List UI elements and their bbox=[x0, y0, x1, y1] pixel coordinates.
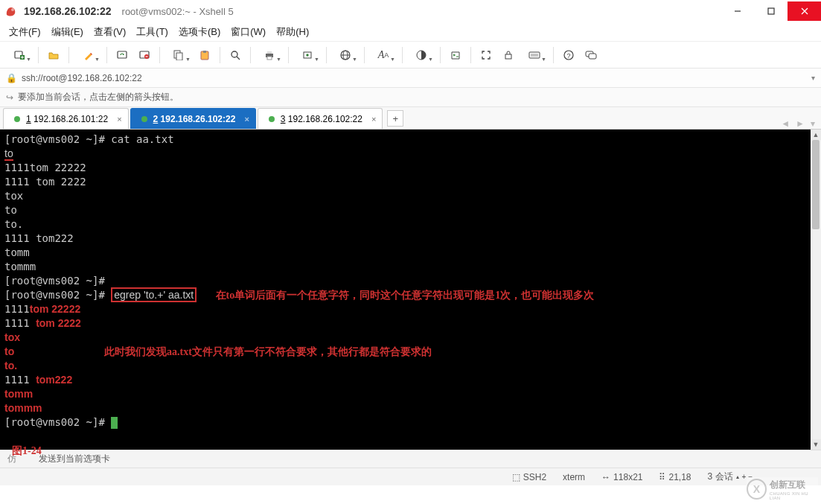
terminal-area[interactable]: [root@vms002 ~]# cat aa.txt to 1111tom 2… bbox=[0, 130, 821, 450]
svg-rect-14 bbox=[176, 53, 182, 60]
watermark-logo-icon: X bbox=[747, 479, 767, 500]
window-controls bbox=[721, 1, 821, 21]
scrollbar[interactable]: ▲ ▼ bbox=[811, 130, 821, 450]
status-position: ⠿21,18 bbox=[659, 472, 691, 482]
script-icon[interactable] bbox=[446, 45, 465, 65]
toolbar-separator bbox=[250, 47, 251, 63]
print-icon[interactable]: ▼ bbox=[256, 45, 283, 65]
status-size: ↔118x21 bbox=[601, 472, 642, 482]
copy-icon[interactable]: ▼ bbox=[165, 45, 192, 65]
tab-nav-arrows[interactable]: ◄►▾ bbox=[781, 118, 815, 129]
watermark: X 创新互联 CHUANG XIN HU LIAN bbox=[747, 477, 818, 501]
tab-close-icon[interactable]: × bbox=[117, 115, 121, 124]
hintbar: ↪ 要添加当前会话，点击左侧的箭头按钮。 bbox=[0, 88, 821, 107]
new-session-icon[interactable]: ▼ bbox=[6, 45, 33, 65]
toolbar-separator bbox=[159, 47, 160, 63]
maximize-button[interactable] bbox=[754, 1, 788, 21]
toolbar-separator bbox=[288, 47, 289, 63]
open-icon[interactable] bbox=[44, 45, 63, 65]
hint-text: 要添加当前会话，点击左侧的箭头按钮。 bbox=[18, 91, 179, 103]
svg-rect-2 bbox=[768, 8, 774, 14]
toolbar-separator bbox=[68, 47, 69, 63]
svg-rect-27 bbox=[505, 54, 511, 59]
window-title-main: 192.168.26.102:22 bbox=[24, 5, 112, 17]
figure-label: 图1-24 bbox=[12, 444, 42, 458]
menu-view[interactable]: 查看(V) bbox=[94, 25, 126, 39]
status-term: xterm bbox=[563, 472, 585, 482]
reconnect-icon[interactable] bbox=[112, 45, 132, 65]
menu-help[interactable]: 帮助(H) bbox=[276, 25, 309, 39]
help-icon[interactable]: ? bbox=[559, 45, 578, 65]
svg-rect-34 bbox=[589, 54, 596, 59]
app-icon bbox=[4, 4, 18, 18]
fullscreen-icon[interactable] bbox=[476, 45, 496, 65]
toolbar-separator bbox=[220, 47, 220, 63]
toolbar-separator bbox=[470, 47, 471, 63]
svg-rect-9 bbox=[118, 51, 127, 58]
session-tab-3[interactable]: 3 192.168.26.102:22 × bbox=[258, 108, 383, 129]
minimize-button[interactable] bbox=[721, 1, 754, 21]
address-text: ssh://root@192.168.26.102:22 bbox=[22, 73, 142, 83]
status-dot-icon bbox=[14, 116, 20, 122]
toolbar-separator bbox=[553, 47, 554, 63]
svg-rect-16 bbox=[203, 51, 206, 53]
menubar: 文件(F) 编辑(E) 查看(V) 工具(T) 选项卡(B) 窗口(W) 帮助(… bbox=[0, 22, 821, 42]
menu-tools[interactable]: 工具(T) bbox=[136, 25, 168, 39]
scroll-up-icon[interactable]: ▲ bbox=[811, 130, 821, 140]
close-button[interactable] bbox=[788, 1, 821, 21]
toolbar: ▼ ▼ ▼ ▼ ▼ ▼ AA▼ ▼ ▼ ? bbox=[0, 42, 821, 68]
addressbar[interactable]: 🔒 ssh://root@192.168.26.102:22 ▾ bbox=[0, 68, 821, 88]
svg-text:?: ? bbox=[566, 52, 570, 60]
color-scheme-icon[interactable]: ▼ bbox=[408, 45, 435, 65]
transfer-icon[interactable]: ▼ bbox=[294, 45, 321, 65]
lock-small-icon: 🔒 bbox=[6, 73, 17, 83]
toolbar-separator bbox=[364, 47, 365, 63]
compose-bar[interactable]: 仿 发送到当前选项卡 bbox=[0, 450, 821, 468]
svg-point-17 bbox=[231, 51, 237, 57]
search-icon[interactable] bbox=[226, 45, 245, 65]
session-tabbar: 1 192.168.26.101:22 × 2 192.168.26.102:2… bbox=[0, 107, 821, 130]
forum-icon[interactable] bbox=[581, 45, 601, 65]
properties-icon[interactable]: ▼ bbox=[74, 45, 101, 65]
menu-tabs[interactable]: 选项卡(B) bbox=[179, 25, 220, 39]
bookmark-icon[interactable]: ↪ bbox=[6, 92, 13, 103]
tab-close-icon[interactable]: × bbox=[371, 115, 376, 124]
menu-edit[interactable]: 编辑(E) bbox=[51, 25, 83, 39]
toolbar-separator bbox=[38, 47, 39, 63]
menu-file[interactable]: 文件(F) bbox=[9, 25, 41, 39]
session-tab-2[interactable]: 2 192.168.26.102:22 × bbox=[130, 108, 256, 129]
window-title-sub: root@vms002:~ - Xshell 5 bbox=[122, 6, 234, 17]
toolbar-separator bbox=[106, 47, 107, 63]
svg-rect-21 bbox=[267, 57, 272, 60]
disconnect-icon[interactable] bbox=[135, 45, 154, 65]
status-dot-icon bbox=[269, 116, 275, 122]
svg-point-0 bbox=[11, 8, 14, 11]
address-dropdown-arrow[interactable]: ▾ bbox=[811, 74, 815, 82]
svg-line-18 bbox=[237, 57, 240, 60]
status-protocol: ⬚SSH2 bbox=[512, 472, 546, 482]
titlebar: 192.168.26.102:22 root@vms002:~ - Xshell… bbox=[0, 0, 821, 22]
status-sessions: 3 会话 ▴+ − bbox=[708, 470, 753, 483]
encoding-icon[interactable]: ▼ bbox=[332, 45, 359, 65]
statusbar: ⬚SSH2 xterm ↔118x21 ⠿21,18 3 会话 ▴+ − bbox=[0, 468, 821, 485]
toolbar-separator bbox=[440, 47, 441, 63]
toolbar-separator bbox=[402, 47, 403, 63]
annotation-text: 此时我们发现aa.txt文件只有第一行不符合要求，其他行都是符合要求的 bbox=[104, 345, 432, 359]
toolbar-separator bbox=[326, 47, 327, 63]
svg-rect-20 bbox=[267, 51, 272, 54]
menu-window[interactable]: 窗口(W) bbox=[231, 25, 266, 39]
scroll-down-icon[interactable]: ▼ bbox=[811, 439, 821, 450]
font-icon[interactable]: AA▼ bbox=[370, 45, 397, 65]
session-tab-1[interactable]: 1 192.168.26.101:22 × bbox=[3, 108, 129, 129]
compose-text: 发送到当前选项卡 bbox=[39, 453, 110, 465]
tab-close-icon[interactable]: × bbox=[244, 115, 249, 124]
paste-icon[interactable] bbox=[195, 45, 214, 65]
keyboard-icon[interactable]: ▼ bbox=[521, 45, 548, 65]
add-tab-button[interactable]: + bbox=[387, 110, 403, 127]
status-dot-icon bbox=[141, 116, 147, 122]
svg-rect-28 bbox=[529, 52, 540, 58]
lock-icon[interactable] bbox=[499, 45, 518, 65]
scroll-thumb[interactable] bbox=[812, 140, 820, 229]
